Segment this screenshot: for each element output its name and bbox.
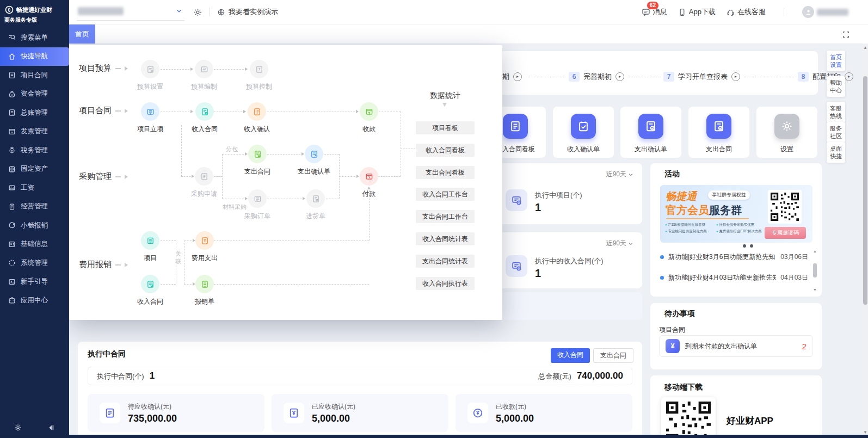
sidebar-item-guide[interactable]: 新手引导 bbox=[0, 273, 69, 292]
news-item[interactable]: 新功能|好业财4月03日功能更新抢先知 04月03日 bbox=[660, 273, 808, 282]
stat-button-project-board[interactable]: 项目看板 bbox=[416, 121, 475, 134]
project-init-icon bbox=[141, 102, 159, 121]
scroll-down-icon[interactable]: ▼ bbox=[863, 430, 868, 435]
sidebar-item-system[interactable]: 系统管理 bbox=[0, 254, 69, 273]
banner-rule bbox=[666, 218, 749, 219]
sidebar-settings-icon[interactable] bbox=[14, 424, 22, 431]
sidebar-item-label: 资金管理 bbox=[21, 89, 48, 98]
stat-button-income-workbench[interactable]: 收入合同工作台 bbox=[416, 188, 475, 201]
banner-bullets: 7*15h资深顾问在线答疑 社群会员专享购买优惠 专业顾问提供定制化方案 免费领… bbox=[665, 223, 769, 234]
sidebar-collapse-icon[interactable] bbox=[47, 424, 55, 431]
rail-help-center[interactable]: 帮助中心 bbox=[827, 76, 845, 97]
stat-button-income-stats-table[interactable]: 收入合同统计表 bbox=[416, 232, 475, 245]
goods-receipt-icon bbox=[306, 189, 325, 208]
stat-button-expense-workbench[interactable]: 支出合同工作台 bbox=[416, 210, 475, 223]
todo-item-label: 到期未付款的支出确认单 bbox=[685, 342, 797, 351]
settings-gear-icon[interactable] bbox=[193, 8, 202, 17]
stat-card-received: 已收款(元) 5,000.00 bbox=[455, 394, 632, 432]
page-scrollbar-thumb[interactable] bbox=[863, 76, 867, 305]
sidebar-item-app-center[interactable]: 应用中心 bbox=[0, 291, 69, 310]
expense-contract-toggle[interactable]: 支出合同 bbox=[593, 348, 633, 363]
sidebar-item-funds[interactable]: 资金管理 bbox=[0, 85, 69, 104]
flow-node-income-confirm[interactable]: 收入确认 bbox=[232, 102, 281, 134]
scroll-thumb[interactable] bbox=[813, 263, 817, 277]
download-qr-code bbox=[661, 397, 716, 438]
flow-node-project[interactable]: 项目 bbox=[126, 231, 175, 263]
range-dropdown[interactable]: 近90天 bbox=[606, 170, 633, 179]
activity-banner[interactable]: 畅捷通 享社群专属权益 官方会员服务群 7*15h资深顾问在线答疑 社群会员专享… bbox=[660, 185, 812, 243]
scroll-up-icon[interactable]: ▲ bbox=[813, 249, 817, 253]
sidebar-item-tax[interactable]: 税务管理 bbox=[0, 141, 69, 160]
rail-desktop-shortcut[interactable]: 桌面快捷 bbox=[827, 142, 845, 163]
sidebar-item-reimburse[interactable]: 小畅报销 bbox=[0, 216, 69, 235]
tab-home[interactable]: 首页 bbox=[69, 24, 95, 44]
topbar-divider bbox=[784, 8, 784, 16]
stat-button-expense-contract-board[interactable]: 支出合同看板 bbox=[416, 166, 475, 179]
flow-node-budget-edit[interactable]: 预算编制 bbox=[180, 60, 229, 91]
sidebar-item-base-info[interactable]: 基础信息 bbox=[0, 235, 69, 254]
carousel-dots[interactable] bbox=[743, 244, 753, 248]
quick-card-income-confirm[interactable]: 收入确认单 bbox=[553, 107, 614, 158]
flow-node-budget-setup[interactable]: 预算设置 bbox=[126, 60, 175, 91]
messages-button[interactable]: 消息 62 bbox=[642, 7, 667, 17]
quick-card-expense-confirm[interactable]: 支出确认单 bbox=[620, 107, 681, 158]
range-dropdown[interactable]: 近90天 bbox=[606, 239, 633, 248]
flow-node-income-contract-2[interactable]: 收入合同 bbox=[126, 275, 175, 306]
flow-node-receipt[interactable]: 收款 bbox=[344, 102, 393, 134]
stat-button-income-execution-table[interactable]: 收入合同执行表 bbox=[416, 277, 475, 290]
quick-card-settings[interactable]: 设置 bbox=[756, 107, 817, 158]
sidebar-item-fixed-assets[interactable]: 固定资产 bbox=[0, 160, 69, 179]
rail-service-community[interactable]: 服务社区 bbox=[827, 122, 845, 143]
fullscreen-icon[interactable] bbox=[838, 28, 854, 40]
sidebar-item-project-contract[interactable]: 项目合同 bbox=[0, 66, 69, 85]
flow-node-purchase-request[interactable]: 采购申请 bbox=[180, 167, 229, 199]
download-title: 移动端下载 bbox=[664, 383, 703, 392]
salary-icon bbox=[8, 184, 16, 192]
app-download-button[interactable]: App下载 bbox=[678, 7, 716, 17]
user-account[interactable] bbox=[802, 6, 848, 18]
play-icon[interactable]: ▸ bbox=[513, 72, 522, 81]
budget-setup-icon bbox=[141, 60, 159, 78]
play-icon[interactable]: ▸ bbox=[731, 72, 740, 81]
rail-service-hotline[interactable]: 客服热线 bbox=[827, 102, 845, 122]
sidebar-item-invoice[interactable]: 发票管理 bbox=[0, 122, 69, 141]
scroll-down-icon[interactable]: ▼ bbox=[813, 288, 817, 292]
sidebar-item-quick-nav[interactable]: 快捷导航 bbox=[0, 47, 69, 66]
todo-panel: 待办事项 项目合同 ¥ 到期未付款的支出确认单 2 bbox=[650, 303, 822, 369]
flow-node-reimburse-note[interactable]: 报销单 bbox=[180, 275, 229, 306]
news-item[interactable]: 新功能|好业财3月6日功能更新抢先知 03月06日 bbox=[660, 252, 808, 262]
flow-node-income-contract[interactable]: 收入合同 bbox=[180, 102, 229, 134]
rail-home-settings[interactable]: 首页设置 bbox=[827, 51, 845, 71]
flow-node-project-init[interactable]: 项目立项 bbox=[126, 102, 175, 134]
flow-node-expense-contract[interactable]: 支出合同 bbox=[233, 145, 282, 176]
flow-row-project-budget: 项目预算 bbox=[79, 63, 128, 73]
flow-node-budget-control[interactable]: 预算控制 bbox=[235, 60, 284, 91]
todo-item[interactable]: ¥ 到期未付款的支出确认单 2 bbox=[659, 335, 813, 357]
flow-node-expense-confirm[interactable]: 支出确认单 bbox=[290, 145, 338, 176]
stat-button-income-contract-board[interactable]: 收入合同看板 bbox=[416, 144, 475, 157]
sidebar-item-search-menu[interactable]: 搜索菜单 bbox=[0, 28, 69, 47]
ledger-icon bbox=[8, 109, 16, 116]
demo-link[interactable]: 我要看实例演示 bbox=[217, 7, 278, 17]
flow-connector bbox=[267, 112, 358, 112]
flow-node-expense[interactable]: 费用支出 bbox=[180, 231, 229, 263]
message-count-badge: 62 bbox=[647, 1, 659, 10]
activity-scrollbar[interactable]: ▲ ▼ bbox=[812, 249, 818, 292]
play-icon[interactable]: ▸ bbox=[615, 72, 624, 81]
sidebar-item-operations[interactable]: 经营管理 bbox=[0, 198, 69, 217]
home-icon bbox=[8, 53, 16, 60]
banner-invite-button[interactable]: 专属邀请码 bbox=[765, 227, 806, 239]
stat-card-value: 735,000.00 bbox=[128, 413, 177, 424]
sidebar-item-label: 发票管理 bbox=[21, 127, 48, 136]
flow-node-goods-receipt[interactable]: 进货单 bbox=[291, 189, 340, 221]
stat-button-expense-stats-table[interactable]: 支出合同统计表 bbox=[416, 255, 475, 268]
sidebar-item-salary[interactable]: 工资 bbox=[0, 178, 69, 198]
quick-card-expense-contract[interactable]: 支出合同 bbox=[688, 107, 749, 158]
online-service-button[interactable]: 在线客服 bbox=[727, 7, 766, 17]
chevron-down-icon bbox=[176, 8, 182, 14]
income-contract-toggle[interactable]: 收入合同 bbox=[551, 348, 590, 363]
scroll-up-icon[interactable]: ▲ bbox=[863, 45, 868, 50]
play-icon[interactable]: ▸ bbox=[845, 72, 853, 81]
org-selector[interactable] bbox=[77, 4, 184, 21]
sidebar-item-ledger[interactable]: 总账管理 bbox=[0, 103, 69, 122]
